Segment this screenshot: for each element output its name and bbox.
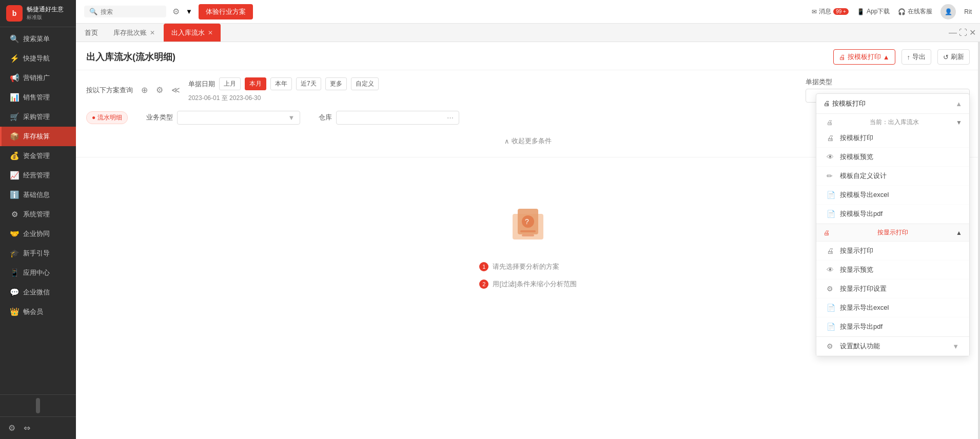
tab-inout-flow[interactable]: 出入库流水 ✕ xyxy=(164,24,221,42)
filter-collapse-arrow[interactable]: ≪ xyxy=(171,85,180,95)
sidebar-item-search[interactable]: 🔍 搜索菜单 xyxy=(0,29,76,49)
refresh-label: 刷新 xyxy=(951,52,964,62)
display-print-icon: 🖨 xyxy=(827,247,835,255)
sidebar-item-inventory[interactable]: 📦 库存核算 xyxy=(0,127,76,146)
empty-step-1: 1 请先选择要分析的方案 xyxy=(479,262,576,271)
page-actions: 🖨 按模板打印 ▲ ↑ 导出 ↺ 刷新 xyxy=(833,49,970,65)
tag-label: 流水明细 xyxy=(97,113,122,122)
topbar-right: ✉ 消息 99 + 📱 App下载 🎧 在线客服 👤 Rit xyxy=(812,4,972,19)
search-input[interactable] xyxy=(101,8,152,15)
tab-inout-flow-close[interactable]: ✕ xyxy=(208,29,213,36)
display-section-label: 按显示打印 xyxy=(877,228,908,237)
template-excel-label: 按模板导出excel xyxy=(840,190,889,199)
msg-btn[interactable]: ✉ 消息 99 + xyxy=(812,7,849,16)
date-btn-custom[interactable]: 自定义 xyxy=(351,77,379,90)
warehouse-dropdown[interactable]: ⋯ xyxy=(336,111,459,125)
dropdown-title: 🖨 按模板打印 xyxy=(824,99,866,108)
sidebar-item-purchase[interactable]: 🛒 采购管理 xyxy=(0,107,76,127)
app-download-btn[interactable]: 📱 App下载 xyxy=(857,7,890,16)
tab-maximize-btn[interactable]: ⛶ xyxy=(959,28,967,37)
display-settings-icon: ⚙ xyxy=(827,285,835,293)
dropdown-item-set-default[interactable]: ⚙ 设置默认功能 ▼ xyxy=(816,337,969,356)
refresh-btn[interactable]: ↺ 刷新 xyxy=(937,49,970,65)
display-pdf-label: 按显示导出pdf xyxy=(840,322,883,331)
tab-inout-flow-label: 出入库流水 xyxy=(171,28,205,37)
collapse-conditions-btn[interactable]: ∧ 收起更多条件 xyxy=(504,132,552,150)
dropdown-item-display-excel[interactable]: 📄 按显示导出excel xyxy=(816,298,969,317)
dropdown-item-template-preview[interactable]: 👁 按模板预览 xyxy=(816,148,969,167)
tab-batch-account[interactable]: 库存批次账 ✕ xyxy=(106,24,163,42)
empty-illustration: ? xyxy=(502,198,554,250)
template-preview-label: 按模板预览 xyxy=(840,152,873,162)
topbar-dropdown-icon[interactable]: ▼ xyxy=(186,8,192,15)
dropdown-collapse-btn[interactable]: ▲ xyxy=(955,100,962,108)
dropdown-item-display-print[interactable]: 🖨 按显示打印 xyxy=(816,242,969,261)
dropdown-item-display-pdf[interactable]: 📄 按显示导出pdf xyxy=(816,317,969,336)
dropdown-item-template-print[interactable]: 🖨 按模板打印 xyxy=(816,129,969,148)
template-excel-icon: 📄 xyxy=(827,191,835,199)
dropdown-item-template-pdf[interactable]: 📄 按模板导出pdf xyxy=(816,205,969,224)
sidebar-item-finance[interactable]: 💰 资金管理 xyxy=(0,146,76,166)
display-pdf-icon: 📄 xyxy=(827,323,835,331)
basics-icon: ℹ️ xyxy=(10,190,19,199)
sidebar-label-quicknav: 快捷导航 xyxy=(23,54,50,63)
inventory-icon: 📦 xyxy=(10,132,19,141)
filter-tag-detail[interactable]: ● 流水明细 xyxy=(86,111,128,124)
sidebar-item-marketing[interactable]: 📢 营销推广 xyxy=(0,68,76,88)
date-btn-prev-month[interactable]: 上月 xyxy=(219,77,241,90)
dropdown-item-display-preview[interactable]: 👁 按显示预览 xyxy=(816,261,969,280)
sidebar-item-basics[interactable]: ℹ️ 基础信息 xyxy=(0,185,76,205)
guide-icon: 🎓 xyxy=(10,249,19,258)
sidebar-item-guide[interactable]: 🎓 新手引导 xyxy=(0,244,76,263)
settings-icon[interactable]: ⚙ xyxy=(8,423,15,433)
tab-home[interactable]: 首页 xyxy=(78,24,105,42)
topbar-gear-icon[interactable]: ⚙ xyxy=(172,7,180,16)
sidebar-item-system[interactable]: ⚙ 系统管理 xyxy=(0,205,76,224)
dropdown-item-display-settings[interactable]: ⚙ 按显示打印设置 xyxy=(816,280,969,298)
sidebar: b 畅捷通好生意 标准版 🔍 搜索菜单 ⚡ 快捷导航 📢 营销推广 📊 销售管理… xyxy=(0,0,76,439)
sidebar-item-member[interactable]: 👑 畅会员 xyxy=(0,302,76,322)
tab-minimize-btn[interactable]: — xyxy=(949,28,957,37)
sidebar-scroll-thumb[interactable] xyxy=(36,398,40,413)
print-template-btn[interactable]: 🖨 按模板打印 ▲ xyxy=(833,49,895,65)
sidebar-nav: 🔍 搜索菜单 ⚡ 快捷导航 📢 营销推广 📊 销售管理 🛒 采购管理 📦 库存核… xyxy=(0,27,76,394)
industry-btn[interactable]: 体验行业方案 xyxy=(199,4,253,19)
sidebar-label-sales: 销售管理 xyxy=(23,93,50,102)
dropdown-item-template-design[interactable]: ✏ 模板自定义设计 xyxy=(816,167,969,186)
dropdown-item-template-excel[interactable]: 📄 按模板导出excel xyxy=(816,186,969,205)
template-print-icon: 🖨 xyxy=(827,134,835,142)
print-arrow-up: ▲ xyxy=(883,53,890,61)
sidebar-item-operations[interactable]: 📈 经营管理 xyxy=(0,166,76,185)
user-avatar[interactable]: 👤 xyxy=(940,4,956,19)
tab-batch-account-label: 库存批次账 xyxy=(113,28,147,37)
page-header: 出入库流水(流水明细) 🖨 按模板打印 ▲ ↑ 导出 ↺ 刷新 xyxy=(76,42,980,70)
export-btn[interactable]: ↑ 导出 xyxy=(901,49,932,65)
sidebar-item-sales[interactable]: 📊 销售管理 xyxy=(0,88,76,107)
date-btn-7days[interactable]: 近7天 xyxy=(296,77,321,90)
service-btn[interactable]: 🎧 在线客服 xyxy=(898,7,932,16)
step-text-2: 用[过滤]条件来缩小分析范围 xyxy=(493,280,576,289)
filter-add-btn[interactable]: ⊕ xyxy=(141,85,148,95)
date-btn-this-month[interactable]: 本月 xyxy=(245,77,266,90)
sidebar-item-wechat[interactable]: 💬 企业微信 xyxy=(0,283,76,302)
wechat-icon: 💬 xyxy=(10,288,19,297)
sidebar-item-collab[interactable]: 🤝 企业协同 xyxy=(0,224,76,244)
date-btn-this-year[interactable]: 本年 xyxy=(270,77,292,90)
tab-close-all-btn[interactable]: ✕ xyxy=(969,28,976,37)
tab-batch-account-close[interactable]: ✕ xyxy=(150,29,155,36)
template-preview-icon: 👁 xyxy=(827,153,835,161)
resize-handle[interactable] xyxy=(978,42,980,439)
print-template-label: 按模板打印 xyxy=(848,52,881,62)
sidebar-item-quicknav[interactable]: ⚡ 快捷导航 xyxy=(0,49,76,68)
date-btn-more[interactable]: 更多 xyxy=(325,77,347,90)
filter-settings-btn[interactable]: ⚙ xyxy=(156,85,163,95)
biz-dropdown[interactable]: ▼ xyxy=(177,111,300,125)
sidebar-item-appcenter[interactable]: 📱 应用中心 xyxy=(0,263,76,283)
display-settings-label: 按显示打印设置 xyxy=(840,284,887,293)
topbar: 🔍 ⚙ ▼ 体验行业方案 ✉ 消息 99 + 📱 App下载 🎧 在线客服 👤 … xyxy=(76,0,980,24)
display-section-icon: 🖨 xyxy=(824,229,830,236)
print-dropdown-panel: 🖨 按模板打印 ▲ 🖨 当前：出入库流水 ▼ 🖨 按模板打印 👁 按模板预览 ✏ xyxy=(816,93,970,356)
step-num-1: 1 xyxy=(479,262,488,271)
collapse-icon[interactable]: ⇔ xyxy=(24,423,30,433)
search-box[interactable]: 🔍 xyxy=(84,6,166,17)
